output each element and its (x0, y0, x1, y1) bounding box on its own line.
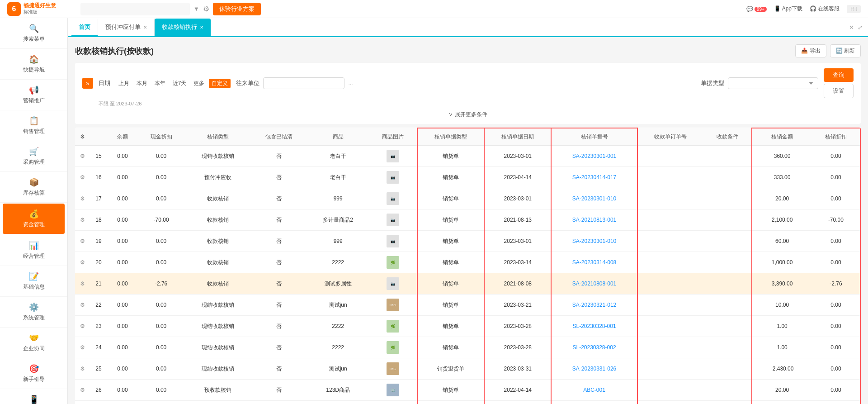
hardware-icon: 📱 (29, 394, 39, 404)
export-button[interactable]: 📤 导出 (795, 44, 826, 57)
date-btn-more[interactable]: 更多 (191, 79, 207, 88)
sidebar-item-nav[interactable]: 🏠 快捷导航 (0, 49, 67, 80)
date-btn-last-month[interactable]: 上月 (116, 79, 132, 88)
cell-writeoff-discount: 0.00 (812, 358, 860, 380)
cell-product: 2222 (307, 337, 369, 358)
date-btn-this-month[interactable]: 本月 (134, 79, 150, 88)
cell-cash-discount: 0.00 (137, 316, 185, 337)
tab-prepay[interactable]: 预付冲应付单 ✕ (98, 19, 155, 36)
cell-writeoff-type: 收款核销 (185, 231, 250, 252)
sidebar-label-nav: 快捷导航 (23, 66, 45, 74)
cell-bill-type: 销货退货单 (417, 358, 484, 380)
cell-bill-no[interactable]: SA-20210813-001 (551, 209, 637, 231)
user-label[interactable]: Rit (847, 5, 861, 13)
sidebar-item-basic[interactable]: 📝 基础信息 (0, 266, 67, 297)
date-btn-custom[interactable]: 自定义 (209, 79, 231, 88)
cell-writeoff-type: 收款核销 (185, 273, 250, 295)
th-receipt-condition: 收款条件 (703, 128, 752, 146)
cell-settings[interactable]: ⚙ (75, 380, 90, 401)
cell-seq: 21 (90, 273, 108, 295)
query-btn-group: 查询 设置 (824, 68, 854, 98)
cell-bill-no[interactable]: SA-20230301-010 (551, 188, 637, 209)
maximize-icon[interactable]: ⤢ (858, 24, 863, 31)
cell-settings[interactable]: ⚙ (75, 316, 90, 337)
bill-no-link[interactable]: SA-20210813-001 (572, 217, 616, 223)
bill-no-link[interactable]: SA-20230331-026 (572, 366, 616, 372)
sidebar-item-hardware[interactable]: 📱 智能硬件 (0, 389, 67, 404)
cell-bill-no[interactable]: SA-20230301-001 (551, 146, 637, 167)
cell-bill-type: 销货单 (417, 316, 484, 337)
cell-settings[interactable]: ⚙ (75, 273, 90, 295)
bill-no-link[interactable]: SL-20230328-002 (572, 344, 616, 351)
bill-no-link[interactable]: SA-20230301-001 (572, 153, 616, 159)
cell-bill-no[interactable]: SL-20230328-002 (551, 337, 637, 358)
sidebar-item-system[interactable]: ⚙️ 系统管理 (0, 297, 67, 328)
expand-more-conditions[interactable]: ∨ 展开更多条件 (82, 111, 854, 119)
bill-no-link[interactable]: ABC-001 (583, 387, 605, 393)
cell-bill-no[interactable]: SA-20230314-008 (551, 252, 637, 273)
gear-icon[interactable]: ⚙ (203, 5, 209, 13)
tab-writeoff-close[interactable]: ✕ (200, 25, 203, 30)
settings-button[interactable]: 设置 (824, 84, 854, 98)
cell-bill-no[interactable]: SA-20230321-012 (551, 295, 637, 316)
app-download[interactable]: 📱 App下载 (774, 5, 802, 13)
cell-settings[interactable]: ⚙ (75, 401, 90, 404)
cell-settings[interactable]: ⚙ (75, 358, 90, 380)
cell-balance: 0.00 (108, 146, 137, 167)
table-header-row: ⚙ 余额 现金折扣 核销类型 包含已结清 商品 商品图片 核销单据类型 核销单据… (75, 128, 860, 146)
cell-bill-no[interactable]: SA-20230301-010 (551, 231, 637, 252)
expand-toggle[interactable]: » (82, 78, 93, 89)
online-service[interactable]: 🎧 在线客服 (810, 5, 840, 13)
cell-included: 否 (250, 252, 307, 273)
bill-no-link[interactable]: SL-20230328-001 (572, 323, 616, 329)
date-btn-this-year[interactable]: 本年 (152, 79, 168, 88)
bill-no-link[interactable]: SA-20230321-012 (572, 302, 616, 308)
cell-settings[interactable]: ⚙ (75, 295, 90, 316)
sidebar-item-purchase[interactable]: 🛒 采购管理 (0, 141, 67, 172)
th-settings[interactable]: ⚙ (75, 128, 90, 146)
refresh-button[interactable]: 🔄 刷新 (830, 44, 861, 57)
cell-bill-no[interactable]: SL-20230328-001 (551, 316, 637, 337)
sidebar-item-finance[interactable]: 💰 资金管理 (3, 204, 65, 234)
table-row: ⚙ 16 0.00 0.00 预付冲应收 否 老白干 📷 销货单 2023-04… (75, 167, 860, 188)
sidebar-item-inventory[interactable]: 📦 库存核算 (0, 172, 67, 203)
tab-writeoff[interactable]: 收款核销执行 ✕ (155, 19, 211, 36)
close-window-icon[interactable]: ✕ (849, 24, 854, 31)
cell-settings[interactable]: ⚙ (75, 167, 90, 188)
sidebar-item-guide[interactable]: 🎯 新手引导 (0, 358, 67, 389)
message-icon[interactable]: 💬 99+ (746, 6, 767, 12)
finance-icon: 💰 (29, 209, 39, 219)
cell-bill-no[interactable]: ABC-001 (551, 380, 637, 401)
cell-bill-no[interactable]: SA-20230414-017 (551, 167, 637, 188)
cell-bill-no[interactable]: SA-20230331-026 (551, 358, 637, 380)
bill-no-link[interactable]: SA-20210808-001 (572, 280, 616, 287)
sidebar-item-marketing[interactable]: 📢 营销推广 (0, 80, 67, 110)
cell-receipt-condition (703, 231, 752, 252)
sidebar-item-search[interactable]: 🔍 搜索菜单 (0, 18, 67, 49)
cell-settings[interactable]: ⚙ (75, 188, 90, 209)
bill-no-link[interactable]: SA-20230314-008 (572, 259, 616, 266)
cell-bill-no[interactable]: SA-20210808-001 (551, 273, 637, 295)
cell-writeoff-amount: 20.00 (752, 380, 811, 401)
cell-settings[interactable]: ⚙ (75, 337, 90, 358)
unit-input[interactable] (263, 77, 344, 89)
type-select[interactable] (728, 77, 818, 89)
sidebar-item-collab[interactable]: 🤝 企业协同 (0, 328, 67, 358)
bill-no-link[interactable]: SA-20230301-010 (572, 195, 616, 202)
cell-settings[interactable]: ⚙ (75, 252, 90, 273)
sidebar-item-sales[interactable]: 📋 销售管理 (0, 110, 67, 141)
cell-receipt-condition (703, 252, 752, 273)
date-btn-7days[interactable]: 近7天 (170, 79, 189, 88)
cell-settings[interactable]: ⚙ (75, 209, 90, 231)
tab-home[interactable]: 首页 (71, 19, 98, 36)
query-button[interactable]: 查询 (824, 68, 854, 82)
top-search-input[interactable] (80, 3, 190, 15)
cell-settings[interactable]: ⚙ (75, 231, 90, 252)
cell-settings[interactable]: ⚙ (75, 146, 90, 167)
bill-no-link[interactable]: SA-20230414-017 (572, 174, 616, 181)
bill-no-link[interactable]: SA-20230301-010 (572, 238, 616, 244)
sidebar-item-operations[interactable]: 📊 经营管理 (0, 235, 67, 266)
tab-prepay-close[interactable]: ✕ (143, 25, 147, 30)
industry-solution-button[interactable]: 休验行业方案 (213, 3, 261, 15)
cell-bill-no[interactable]: SL-20230408-001 (551, 401, 637, 404)
